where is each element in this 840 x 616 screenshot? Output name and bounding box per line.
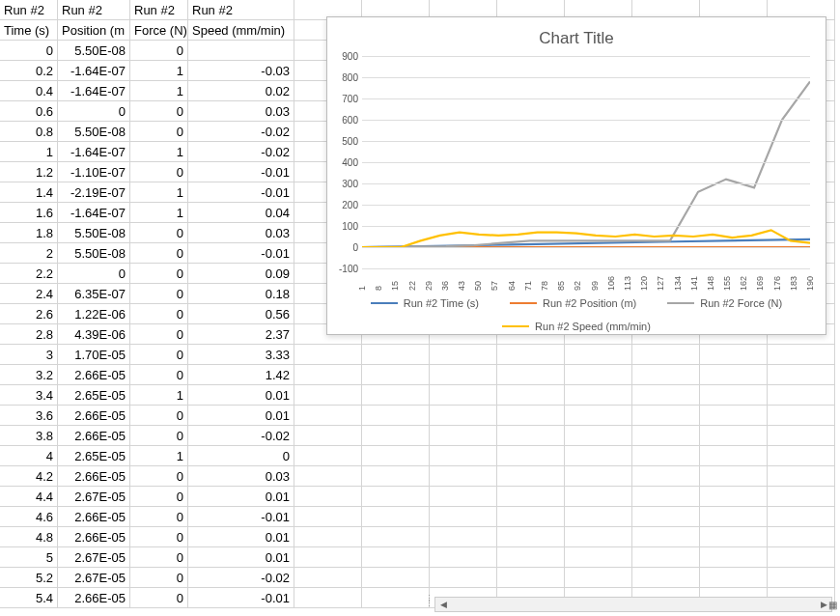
- empty-cell[interactable]: [497, 365, 565, 385]
- empty-cell[interactable]: [768, 547, 835, 568]
- cell-position[interactable]: -1.64E-07: [58, 61, 130, 81]
- empty-cell[interactable]: [632, 406, 700, 426]
- cell-time[interactable]: 1: [0, 142, 58, 162]
- empty-cell[interactable]: [700, 406, 768, 426]
- cell-position[interactable]: 2.67E-05: [58, 547, 130, 568]
- empty-cell[interactable]: [700, 466, 768, 487]
- empty-cell[interactable]: [294, 406, 362, 426]
- cell-time[interactable]: 5.2: [0, 568, 58, 588]
- cell-speed[interactable]: 2.37: [188, 324, 294, 345]
- empty-cell[interactable]: [565, 365, 632, 385]
- cell-position[interactable]: 2.66E-05: [58, 365, 130, 385]
- cell-position[interactable]: 2.66E-05: [58, 426, 130, 446]
- cell-force[interactable]: 1: [130, 446, 188, 466]
- empty-cell[interactable]: [565, 345, 632, 365]
- cell-speed[interactable]: 0.03: [188, 101, 294, 122]
- empty-cell[interactable]: [632, 487, 700, 507]
- empty-cell[interactable]: [294, 588, 362, 608]
- empty-cell[interactable]: [294, 385, 362, 406]
- empty-cell[interactable]: [632, 426, 700, 446]
- empty-cell[interactable]: [362, 426, 430, 446]
- empty-cell[interactable]: [294, 426, 362, 446]
- cell-time[interactable]: 5.4: [0, 588, 58, 608]
- empty-cell[interactable]: [700, 426, 768, 446]
- cell-speed[interactable]: 0.02: [188, 81, 294, 101]
- empty-cell[interactable]: [294, 365, 362, 385]
- empty-cell[interactable]: [362, 547, 430, 568]
- cell-position[interactable]: 6.35E-07: [58, 284, 130, 304]
- cell-speed[interactable]: 0.01: [188, 487, 294, 507]
- empty-cell[interactable]: [362, 446, 430, 466]
- empty-cell[interactable]: [294, 446, 362, 466]
- empty-cell[interactable]: [700, 507, 768, 527]
- plot-area[interactable]: 1815222936435057647178859299106113120127…: [362, 56, 810, 268]
- empty-cell[interactable]: [497, 466, 565, 487]
- cell-position[interactable]: 5.50E-08: [58, 122, 130, 142]
- cell-time[interactable]: 1.6: [0, 203, 58, 223]
- empty-cell[interactable]: [565, 466, 632, 487]
- cell-speed[interactable]: [188, 41, 294, 61]
- cell-time[interactable]: 2: [0, 243, 58, 264]
- empty-cell[interactable]: [632, 568, 700, 588]
- column-group-header[interactable]: Run #2: [130, 0, 188, 20]
- column-header[interactable]: Position (m: [58, 20, 130, 41]
- cell-position[interactable]: -1.64E-07: [58, 142, 130, 162]
- cell-speed[interactable]: -0.01: [188, 182, 294, 203]
- empty-cell[interactable]: [362, 345, 430, 365]
- cell-speed[interactable]: -0.02: [188, 568, 294, 588]
- chart-object[interactable]: Chart Title 1815222936435057647178859299…: [326, 16, 826, 335]
- empty-cell[interactable]: [565, 527, 632, 547]
- empty-cell[interactable]: [768, 568, 835, 588]
- cell-speed[interactable]: -0.02: [188, 426, 294, 446]
- pane-separator-grip[interactable]: ⋮⋮: [425, 597, 433, 612]
- cell-speed[interactable]: -0.03: [188, 61, 294, 81]
- empty-cell[interactable]: [294, 527, 362, 547]
- empty-cell[interactable]: [497, 446, 565, 466]
- cell-position[interactable]: 2.67E-05: [58, 487, 130, 507]
- cell-position[interactable]: 2.66E-05: [58, 527, 130, 547]
- cell-force[interactable]: 0: [130, 406, 188, 426]
- empty-cell[interactable]: [430, 466, 497, 487]
- empty-cell[interactable]: [430, 507, 497, 527]
- cell-time[interactable]: 2.2: [0, 264, 58, 284]
- cell-speed[interactable]: 0.01: [188, 547, 294, 568]
- cell-force[interactable]: 0: [130, 223, 188, 243]
- cell-position[interactable]: -2.19E-07: [58, 182, 130, 203]
- cell-speed[interactable]: -0.01: [188, 243, 294, 264]
- empty-cell[interactable]: [362, 487, 430, 507]
- cell-time[interactable]: 4.6: [0, 507, 58, 527]
- empty-cell[interactable]: [430, 547, 497, 568]
- empty-cell[interactable]: [497, 507, 565, 527]
- cell-time[interactable]: 3.4: [0, 385, 58, 406]
- empty-cell[interactable]: [430, 426, 497, 446]
- chart-title[interactable]: Chart Title: [335, 29, 818, 48]
- cell-speed[interactable]: 0.01: [188, 385, 294, 406]
- cell-time[interactable]: 3.2: [0, 365, 58, 385]
- empty-cell[interactable]: [497, 406, 565, 426]
- cell-time[interactable]: 4.2: [0, 466, 58, 487]
- cell-position[interactable]: 2.67E-05: [58, 568, 130, 588]
- cell-speed[interactable]: -0.01: [188, 162, 294, 182]
- cell-position[interactable]: -1.10E-07: [58, 162, 130, 182]
- empty-cell[interactable]: [362, 527, 430, 547]
- horizontal-scrollbar[interactable]: ◀ ▶: [434, 597, 832, 612]
- empty-cell[interactable]: [362, 507, 430, 527]
- empty-cell[interactable]: [768, 527, 835, 547]
- cell-position[interactable]: 5.50E-08: [58, 41, 130, 61]
- cell-force[interactable]: 0: [130, 41, 188, 61]
- empty-cell[interactable]: [430, 568, 497, 588]
- empty-cell[interactable]: [700, 487, 768, 507]
- cell-position[interactable]: 2.65E-05: [58, 385, 130, 406]
- cell-position[interactable]: 4.39E-06: [58, 324, 130, 345]
- column-header[interactable]: Force (N): [130, 20, 188, 41]
- empty-cell[interactable]: [565, 406, 632, 426]
- empty-cell[interactable]: [700, 345, 768, 365]
- cell-speed[interactable]: -0.01: [188, 588, 294, 608]
- empty-cell[interactable]: [632, 365, 700, 385]
- legend-item[interactable]: Run #2 Time (s): [371, 297, 479, 309]
- cell-force[interactable]: 0: [130, 426, 188, 446]
- cell-time[interactable]: 4.4: [0, 487, 58, 507]
- column-header[interactable]: Speed (mm/min): [188, 20, 294, 41]
- empty-cell[interactable]: [768, 466, 835, 487]
- legend-item[interactable]: Run #2 Force (N): [667, 297, 782, 309]
